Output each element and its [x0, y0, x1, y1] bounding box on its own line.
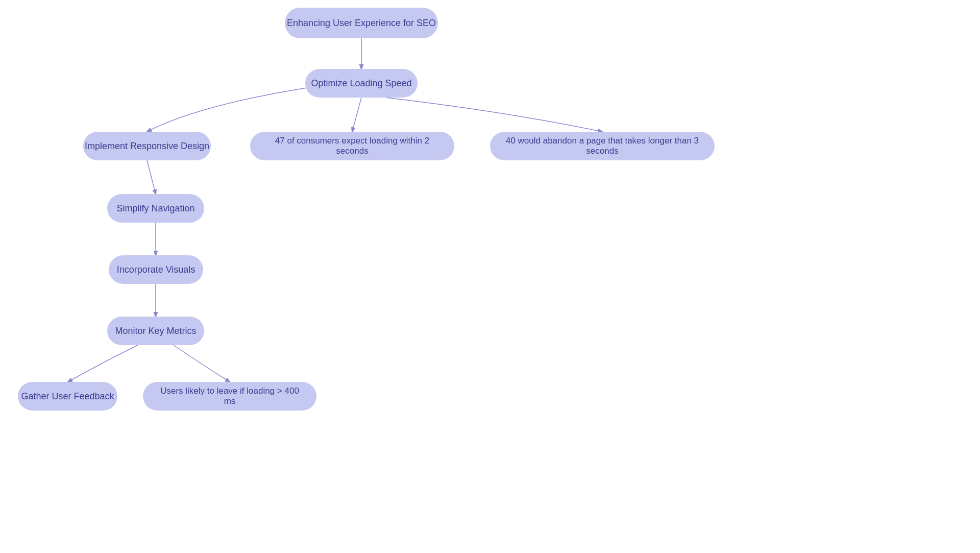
simplify-node: Simplify Navigation — [107, 194, 204, 223]
optimize-node: Optimize Loading Speed — [305, 69, 418, 98]
metrics-node: Monitor Key Metrics — [107, 317, 204, 345]
responsive-node: Implement Responsive Design — [83, 132, 211, 160]
visuals-node: Incorporate Visuals — [109, 255, 203, 284]
svg-line-1 — [352, 98, 361, 132]
svg-line-2 — [147, 160, 156, 194]
feedback-node: Gather User Feedback — [18, 382, 117, 411]
root-node: Enhancing User Experience for SEO — [285, 8, 438, 38]
stat1-node: 47 of consumers expect loading within 2 … — [250, 132, 454, 160]
diagram-container: Enhancing User Experience for SEO Optimi… — [0, 0, 980, 553]
stat2-node: 40 would abandon a page that takes longe… — [490, 132, 715, 160]
loading-node: Users likely to leave if loading > 400 m… — [143, 382, 316, 411]
